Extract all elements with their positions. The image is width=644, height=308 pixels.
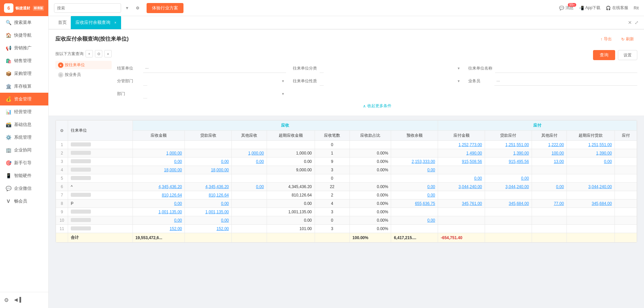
export-btn[interactable]: ↑ 导出 (597, 35, 615, 43)
add-filter-btn[interactable]: + (86, 50, 93, 57)
cell-yf_je[interactable]: 1,252,773.00 (438, 141, 485, 149)
cell-qt_yf[interactable] (532, 174, 567, 183)
cell-qt_yf[interactable] (532, 208, 567, 216)
cell-yr_je[interactable]: 810,126.64 (132, 191, 185, 200)
cell-yf_je[interactable] (438, 166, 485, 174)
sidebar-item-finance[interactable]: 💰 资金管理 (0, 93, 48, 105)
cell-qt_yr[interactable]: 0.00 (232, 158, 267, 166)
tab-home[interactable]: 首页 (54, 16, 71, 29)
cell-yushou[interactable]: 655,636.75 (391, 200, 438, 208)
nature-select[interactable] (320, 76, 324, 86)
partner-name-input[interactable] (495, 63, 637, 73)
cell-dk_yf[interactable] (485, 225, 532, 233)
main-dept-select[interactable] (143, 89, 147, 98)
cell-yr_je[interactable]: 0.00 (132, 158, 185, 166)
cell-yr_je[interactable] (132, 141, 185, 149)
cell-dk_yr[interactable]: 0.00 (185, 216, 232, 225)
cell-qt_yr[interactable] (232, 191, 267, 200)
cell-qt_yf[interactable] (532, 225, 567, 233)
filter-by-staff[interactable]: ◎ 按业务员 (55, 71, 112, 79)
cell-yf_je[interactable]: 1,490.00 (438, 149, 485, 158)
cell-dk_yf[interactable]: 0.00 (485, 174, 532, 183)
cell-dk_yf[interactable] (485, 166, 532, 174)
sidebar-item-system[interactable]: ⚙️ 系统管理 (0, 131, 48, 144)
cell-qt_yr[interactable] (232, 225, 267, 233)
cell-yr_je[interactable]: 152.00 (132, 225, 185, 233)
cell-yushou[interactable] (391, 208, 438, 216)
sidebar-item-member[interactable]: V 畅会员 (0, 195, 48, 208)
app-download-btn[interactable]: 📲 App下载 (579, 5, 600, 11)
more-conditions-btn[interactable]: ∧ 收起更多条件 (117, 100, 637, 112)
cell-qt_yr[interactable] (232, 200, 267, 208)
cell-cq_yf[interactable] (567, 225, 615, 233)
cell-dk_yf[interactable]: 345,684.00 (485, 200, 532, 208)
window-expand-btn[interactable]: ⤢ (635, 20, 639, 25)
sidebar-item-wechat[interactable]: 💬 企业微信 (0, 182, 48, 195)
cell-dk_yf[interactable]: 915,495.56 (485, 158, 532, 166)
cell-yushou[interactable] (391, 174, 438, 183)
sidebar-item-operations[interactable]: 📊 经营管理 (0, 105, 48, 118)
cell-cq_yf[interactable]: 1,390.00 (567, 149, 615, 158)
cell-cq_yf[interactable] (567, 191, 615, 200)
set-btn[interactable]: 设置 (618, 50, 637, 60)
cell-dk_yf[interactable] (485, 208, 532, 216)
cell-yushou[interactable]: 0.00 (391, 166, 438, 174)
cell-yr_je[interactable]: 0.00 (132, 200, 185, 208)
cell-yf_je[interactable] (438, 191, 485, 200)
message-btn[interactable]: 💬 消息 99+ (559, 5, 574, 11)
config-filter-btn[interactable]: ⊙ (95, 50, 102, 57)
refresh-btn[interactable]: ↻ 刷新 (618, 35, 637, 43)
tab-close-btn[interactable]: × (114, 21, 116, 25)
th-settings[interactable]: ⚙ (56, 121, 68, 141)
sidebar-item-guide[interactable]: 🎯 新手引导 (0, 157, 48, 169)
cell-qt_yf[interactable]: 1,222.00 (532, 141, 567, 149)
cell-qt_yr[interactable] (232, 141, 267, 149)
cell-yf_je[interactable]: 915,508.56 (438, 158, 485, 166)
cell-cq_yf[interactable] (567, 166, 615, 174)
collapse-filter-btn[interactable]: « (104, 50, 112, 57)
cell-cq_yf[interactable] (567, 208, 615, 216)
cell-yr_je[interactable]: 0.00 (132, 216, 185, 225)
topbar-search-input[interactable] (54, 3, 121, 13)
cell-dk_yr[interactable]: 152.00 (185, 225, 232, 233)
cell-qt_yr[interactable]: 1,000.00 (232, 149, 267, 158)
cell-cq_yf[interactable] (567, 174, 615, 183)
dept-select[interactable] (143, 76, 147, 86)
cell-yushou[interactable]: 0.00 (391, 183, 438, 191)
cell-yr_je[interactable]: 4,345,436.20 (132, 183, 185, 191)
filter-by-partner[interactable]: ● 按往来单位 (55, 61, 112, 69)
cell-cq_yf[interactable]: 0.00 (567, 158, 615, 166)
cell-dk_yr[interactable] (185, 141, 232, 149)
sidebar-item-quick-nav[interactable]: 🏠 快捷导航 (0, 29, 48, 42)
cell-yf_je[interactable]: 345,761.00 (438, 200, 485, 208)
cell-yf_je[interactable] (438, 216, 485, 225)
cell-cq_yf[interactable]: 345,684.00 (567, 200, 615, 208)
user-info[interactable]: Rit (634, 6, 639, 10)
online-service-btn[interactable]: 🎧 在线客服 (606, 5, 628, 11)
sidebar-item-purchase[interactable]: 📦 采购管理 (0, 67, 48, 80)
cell-qt_yf[interactable] (532, 166, 567, 174)
cell-cq_yf[interactable] (567, 216, 615, 225)
cell-qt_yf[interactable]: 100.00 (532, 149, 567, 158)
cell-dk_yr[interactable] (185, 149, 232, 158)
cell-yf_je[interactable] (438, 225, 485, 233)
cell-dk_yr[interactable]: 18,000.00 (185, 166, 232, 174)
cell-yf_je[interactable]: 3,044,240.00 (438, 183, 485, 191)
cell-yushou[interactable]: 0.00 (391, 216, 438, 225)
sidebar-item-marketing[interactable]: 📢 营销推广 (0, 42, 48, 54)
staff-input[interactable] (494, 76, 637, 86)
cell-yushou[interactable]: 0.00 (391, 191, 438, 200)
cell-yf_je[interactable]: 0.00 (438, 174, 485, 183)
cell-qt_yf[interactable]: 77.00 (532, 200, 567, 208)
cell-dk_yr[interactable] (185, 174, 232, 183)
cell-yushou[interactable] (391, 149, 438, 158)
cell-dk_yf[interactable]: 3,044,240.00 (485, 183, 532, 191)
cell-qt_yr[interactable]: 0.00 (232, 183, 267, 191)
cell-qt_yr[interactable] (232, 174, 267, 183)
cell-cq_yf[interactable]: 3,044,240.00 (567, 183, 615, 191)
cell-yushou[interactable]: 2,153,333.00 (391, 158, 438, 166)
cell-yr_je[interactable] (132, 174, 185, 183)
cell-yushou[interactable] (391, 141, 438, 149)
cell-dk_yr[interactable]: 0.00 (185, 200, 232, 208)
sidebar-item-sales[interactable]: 🛍️ 销售管理 (0, 54, 48, 67)
